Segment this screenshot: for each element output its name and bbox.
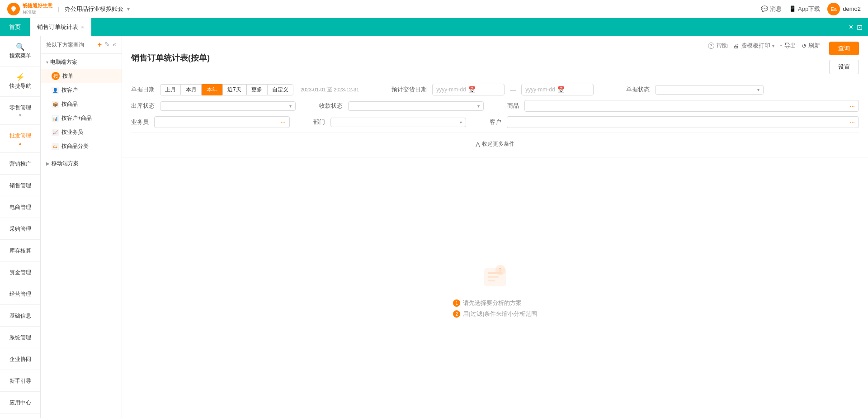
ship-status-select[interactable]: ▾	[160, 101, 296, 111]
sidebar-item-purchase[interactable]: 采购管理	[0, 218, 40, 240]
last-month-btn[interactable]: 上月	[160, 84, 181, 95]
delivery-date-start[interactable]: yyyy-mm-dd 📅	[432, 84, 505, 95]
export-btn[interactable]: ↑ 导出	[780, 42, 797, 50]
customer-input[interactable]: ···	[507, 116, 859, 128]
mobile-group-arrow: ▶	[46, 161, 50, 166]
last-7-days-btn[interactable]: 近7天	[222, 84, 246, 95]
status-label: 单据状态	[626, 86, 650, 94]
sidebar-item-basics[interactable]: 基础信息	[0, 305, 40, 327]
sidebar-item-inventory[interactable]: 库存核算	[0, 240, 40, 261]
tip-num-1: 1	[453, 299, 460, 307]
export-icon: ↑	[780, 43, 783, 49]
by-product-category-icon: 🗂	[52, 143, 59, 150]
sidebar-item-enterprise[interactable]: 企业协同	[0, 348, 40, 370]
by-customer-product-label: 按客户+商品	[61, 114, 92, 122]
app-download-btn[interactable]: 📱 App下载	[789, 5, 820, 13]
logo-text: 畅捷通好生意 标准版	[23, 2, 52, 15]
plan-group-mobile-header[interactable]: ▶ 移动端方案	[41, 157, 122, 170]
sidebar-item-finance[interactable]: 资金管理	[0, 261, 40, 283]
action-buttons: 查询 设置	[829, 42, 859, 74]
plan-item-by-product[interactable]: 📦 按商品	[41, 97, 122, 111]
calendar-icon-1: 📅	[468, 86, 476, 93]
edit-plan-btn[interactable]: ✎	[104, 41, 110, 49]
more-btn[interactable]: 更多	[246, 84, 267, 95]
ship-status-label: 出库状态	[131, 102, 155, 110]
main-layout: 🔍 搜索菜单 ⚡ 快捷导航 零售管理 ▾ 批发管理 ▴ 营销推广 销售管理 电商…	[0, 36, 868, 418]
app-download-icon: 📱	[789, 5, 796, 12]
window-maximize-icon[interactable]: ⊡	[857, 23, 863, 32]
by-customer-icon: 👤	[52, 87, 59, 94]
template-print-btn[interactable]: 🖨 按模板打印 ▾	[733, 42, 774, 50]
collapse-panel-btn[interactable]: «	[113, 41, 116, 49]
status-select[interactable]: ▾	[655, 85, 764, 95]
set-button[interactable]: 设置	[829, 60, 859, 74]
message-btn[interactable]: 💬 消息	[761, 5, 782, 13]
department-label: 部门	[313, 118, 325, 126]
filter-row-2: 出库状态 ▾ 收款状态 ▾ 商品 ···	[131, 100, 859, 112]
tab-home[interactable]: 首页	[0, 18, 30, 36]
print-icon: 🖨	[733, 43, 739, 49]
query-button[interactable]: 查询	[829, 42, 859, 55]
sidebar-item-system[interactable]: 系统管理	[0, 327, 40, 348]
by-customer-product-icon: 📊	[52, 115, 59, 122]
date-placeholder-2: yyyy-mm-dd	[525, 86, 555, 93]
filter-row-1: 单据日期 上月 本月 本年 近7天 更多 自定义 2023-01-01 至 20…	[131, 84, 859, 95]
delivery-date-end[interactable]: yyyy-mm-dd 📅	[521, 84, 594, 95]
plan-group-mobile-label: 移动端方案	[52, 160, 79, 167]
user-area[interactable]: Ea demo2	[827, 3, 861, 15]
plan-item-by-product-category[interactable]: 🗂 按商品分类	[41, 139, 122, 153]
svg-rect-3	[488, 280, 495, 281]
sidebar-item-sales-mgmt[interactable]: 销售管理	[0, 175, 40, 196]
group-expand-arrow: ▾	[46, 60, 48, 65]
sidebar-item-quick-nav[interactable]: ⚡ 快捷导航	[0, 66, 40, 97]
dropdown-icon[interactable]: ▾	[127, 6, 130, 12]
content-area: 按以下方案查询 + ✎ « ▾ 电脑端方案 按 按单 👤	[41, 36, 868, 418]
goods-input[interactable]: ···	[524, 100, 859, 112]
this-year-btn[interactable]: 本年	[202, 84, 222, 95]
this-month-btn[interactable]: 本月	[181, 84, 202, 95]
salesperson-ellipsis-btn[interactable]: ···	[280, 119, 286, 126]
add-plan-btn[interactable]: +	[98, 41, 102, 49]
custom-btn[interactable]: 自定义	[267, 84, 293, 95]
window-close-icon[interactable]: ×	[849, 23, 853, 31]
sidebar-item-ecommerce[interactable]: 电商管理	[0, 196, 40, 218]
plan-item-by-salesperson[interactable]: 📈 按业务员	[41, 125, 122, 139]
sidebar-item-app-center[interactable]: 应用中心	[0, 392, 40, 413]
sidebar-item-retail[interactable]: 零售管理 ▾	[0, 97, 40, 125]
tip-text-1: 请先选择要分析的方案	[463, 299, 522, 307]
empty-tips: 1 请先选择要分析的方案 2 用[过滤]条件来缩小分析范围	[453, 299, 537, 318]
department-arrow: ▾	[460, 120, 462, 125]
plan-item-by-customer-product[interactable]: 📊 按客户+商品	[41, 111, 122, 125]
date-btns: 上月 本月 本年 近7天 更多 自定义	[160, 84, 293, 95]
sidebar-item-search-menu[interactable]: 🔍 搜索菜单	[0, 36, 40, 66]
svg-rect-2	[488, 276, 499, 278]
plan-item-by-customer[interactable]: 👤 按客户	[41, 83, 122, 97]
date-range-text: 2023-01-01 至 2023-12-31	[301, 86, 359, 93]
tab-active[interactable]: 销售订单统计表 ×	[30, 18, 91, 36]
by-product-category-label: 按商品分类	[61, 142, 89, 150]
avatar: Ea	[827, 3, 840, 15]
department-select[interactable]: ▾	[330, 118, 466, 127]
left-panel-header: 按以下方案查询 + ✎ «	[41, 36, 122, 54]
by-salesperson-icon: 📈	[52, 129, 59, 136]
by-order-label: 按单	[62, 72, 73, 80]
collapse-btn[interactable]: ⋀ 收起更多条件	[131, 137, 859, 152]
top-bar-left: 畅捷通好生意 标准版 | 办公用品行业模拟账套 ▾	[7, 2, 130, 15]
pay-status-select[interactable]: ▾	[348, 101, 484, 111]
empty-illustration: ?	[477, 257, 513, 294]
refresh-btn[interactable]: ↺ 刷新	[802, 42, 820, 50]
tab-bar: 首页 销售订单统计表 × × ⊡	[0, 18, 868, 36]
sidebar-item-enterprise-wechat[interactable]: 企业微信	[0, 413, 40, 418]
sidebar-item-operations[interactable]: 经营管理	[0, 283, 40, 305]
sidebar-item-wholesale[interactable]: 批发管理 ▴	[0, 125, 40, 153]
sidebar-item-marketing[interactable]: 营销推广	[0, 153, 40, 175]
collapse-up-arrow: ⋀	[476, 141, 480, 147]
help-btn[interactable]: ? 帮助	[708, 42, 728, 50]
salesperson-input[interactable]: ···	[154, 116, 290, 128]
sidebar-item-newbie[interactable]: 新手引导	[0, 370, 40, 392]
plan-item-by-order[interactable]: 按 按单	[41, 69, 122, 83]
goods-ellipsis-btn[interactable]: ···	[849, 102, 855, 109]
customer-ellipsis-btn[interactable]: ···	[849, 119, 855, 126]
tab-close-btn[interactable]: ×	[81, 24, 84, 30]
plan-group-pc-header[interactable]: ▾ 电脑端方案	[41, 56, 122, 69]
